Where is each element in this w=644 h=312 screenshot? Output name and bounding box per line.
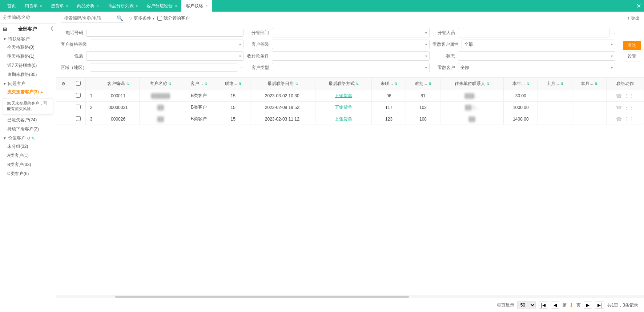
filter-nature-select[interactable]: ▾ bbox=[86, 51, 243, 61]
sidebar-item-tomorrow-contact[interactable]: 明天待联络(1) bbox=[0, 52, 56, 61]
col-type[interactable]: 客户... ⇅ bbox=[182, 78, 216, 90]
tab-sales-order[interactable]: 销货单 × bbox=[20, 0, 47, 12]
my-customers-checkbox[interactable] bbox=[157, 16, 162, 21]
first-page-button[interactable]: |◀ bbox=[539, 301, 548, 309]
action-more-icon[interactable]: ⋮⋮ bbox=[624, 93, 634, 99]
col-last-month[interactable]: 上月... ⇅ bbox=[538, 78, 572, 90]
all-customers-header[interactable]: ⊞ 全部客户 《 bbox=[0, 24, 56, 35]
app-close-button[interactable]: ✕ bbox=[636, 3, 641, 9]
sidebar-item-today-contact[interactable]: 今天待联络(0) bbox=[0, 43, 56, 52]
row-select-checkbox[interactable] bbox=[76, 93, 81, 98]
page-unit-label: 页 bbox=[576, 302, 581, 308]
row-overdue: 108 bbox=[406, 113, 440, 125]
section-pending-contact[interactable]: ▼ 待联络客户 bbox=[0, 35, 56, 43]
tab-customer-contact[interactable]: 客户联络 × bbox=[181, 0, 212, 12]
last-way-link[interactable]: 下销货单 bbox=[335, 93, 352, 98]
filter-customer-type-select[interactable]: ▾ bbox=[272, 63, 429, 72]
col-last-date[interactable]: 最后联络日期 ⇅ bbox=[250, 78, 315, 90]
filter-scatter-customer-select[interactable]: 全部 ▾ bbox=[458, 63, 615, 72]
prev-page-button[interactable]: ◀ bbox=[551, 301, 559, 309]
row-select-checkbox[interactable] bbox=[76, 116, 81, 121]
filter-status-select[interactable]: ▾ bbox=[458, 51, 615, 61]
filter-manager-select[interactable] bbox=[458, 28, 610, 37]
tab-product-analysis-list[interactable]: 商品分析列表 × bbox=[103, 0, 142, 12]
action-contact-icon[interactable]: ☎ bbox=[616, 116, 622, 122]
sidebar-item-churned[interactable]: 已流失客户(24) bbox=[0, 116, 56, 125]
settings-button[interactable]: 设置 bbox=[623, 52, 641, 61]
tab-purchase-order[interactable]: 进货单 × bbox=[47, 0, 73, 12]
row-name: ██ bbox=[139, 113, 182, 125]
sidebar-item-class-a[interactable]: A类客户(1) bbox=[0, 151, 56, 160]
tab-product-analysis-list-close[interactable]: × bbox=[136, 4, 138, 8]
row-index: 2 bbox=[85, 102, 97, 113]
filter-region-input[interactable] bbox=[90, 64, 238, 72]
col-overdue[interactable]: 逾期... ⇅ bbox=[406, 78, 440, 90]
per-page-select[interactable]: 50 100 200 bbox=[517, 301, 536, 309]
sidebar-item-class-c[interactable]: C类客户(6) bbox=[0, 169, 56, 178]
col-no-contact[interactable]: 未联... ⇅ bbox=[372, 78, 406, 90]
col-settings[interactable]: ⚙ bbox=[56, 78, 71, 90]
last-way-link[interactable]: 下销货单 bbox=[335, 105, 352, 110]
filter-price-level-select[interactable]: ▾ bbox=[90, 40, 243, 49]
section-value-customers[interactable]: ▼ 价值客户 ↺ ✎ bbox=[0, 134, 56, 142]
sidebar-item-7days-contact[interactable]: 近7天待联络(0) bbox=[0, 61, 56, 70]
toolbar-search-input[interactable] bbox=[64, 16, 117, 21]
tab-customer-segment[interactable]: 客户分层经营 × bbox=[142, 0, 181, 12]
row-select-checkbox[interactable] bbox=[76, 105, 81, 109]
sidebar-item-overdue-contact[interactable]: 逾期未联络(30) bbox=[0, 70, 56, 79]
sidebar-search-input[interactable] bbox=[3, 15, 56, 20]
action-contact-icon[interactable]: ☎ bbox=[616, 93, 622, 99]
tab-purchase-order-close[interactable]: × bbox=[66, 4, 68, 8]
filter-region-dots[interactable]: ··· bbox=[240, 65, 244, 70]
action-contact-icon[interactable]: ☎ bbox=[616, 105, 622, 110]
row-last-month bbox=[538, 90, 572, 102]
col-unit-contact[interactable]: 往来单位联系人 ⇅ bbox=[440, 78, 504, 90]
filter-dept-select[interactable]: ▾ bbox=[272, 28, 429, 37]
last-way-link[interactable]: 下销货单 bbox=[335, 116, 352, 121]
refresh-icon[interactable]: ↺ bbox=[27, 136, 31, 141]
filter-manager-dots[interactable]: ··· bbox=[611, 30, 615, 36]
col-name[interactable]: 客户名称 ⇅ bbox=[139, 78, 182, 90]
row-last-way: 下销货单 bbox=[315, 113, 371, 125]
export-button[interactable]: ↑ 导出 bbox=[627, 15, 640, 21]
more-filter-button[interactable]: ▽ 更多条件 ▾ bbox=[129, 15, 154, 21]
col-last-way[interactable]: 最后联络方式 ⇅ bbox=[315, 78, 371, 90]
col-contact[interactable]: 联络... ⇅ bbox=[216, 78, 250, 90]
filter-phone-input[interactable] bbox=[86, 29, 243, 37]
toolbar-search-box: 🔍 bbox=[61, 14, 126, 23]
toolbar: 🔍 ▽ 更多条件 ▾ 我分管的客户 ↑ 导出 bbox=[56, 12, 644, 25]
sidebar-item-churn-warning[interactable]: 流失预警客户(3) ● bbox=[0, 88, 56, 97]
tab-product-analysis[interactable]: 商品分析 × bbox=[73, 0, 103, 12]
tab-customer-segment-close[interactable]: × bbox=[175, 4, 177, 8]
tab-customer-contact-close[interactable]: × bbox=[205, 4, 208, 8]
tab-product-analysis-close[interactable]: × bbox=[97, 4, 99, 8]
sidebar-item-declining[interactable]: 持续下滑客户(2) bbox=[0, 125, 56, 134]
filter-scatter-attr-label: 零散客户属性 bbox=[432, 41, 462, 48]
section-problem-customers[interactable]: ▼ 问题客户 bbox=[0, 79, 56, 88]
sidebar-item-ungrouped[interactable]: 未分组(32) bbox=[0, 142, 56, 151]
filter-customer-level-select[interactable]: ▾ bbox=[272, 40, 429, 49]
select-all-checkbox[interactable] bbox=[76, 81, 81, 86]
col-this-month[interactable]: 本月... ⇅ bbox=[572, 78, 606, 90]
chevron-down-icon-payment: ▾ bbox=[425, 54, 427, 58]
query-button[interactable]: 查询 bbox=[623, 41, 641, 50]
last-page-button[interactable]: ▶| bbox=[595, 301, 604, 309]
col-this-year[interactable]: 本年... ⇅ bbox=[504, 78, 538, 90]
sidebar-item-class-b[interactable]: B类客户(33) bbox=[0, 160, 56, 169]
col-code[interactable]: 客户编码 ⇅ bbox=[97, 78, 140, 90]
filter-scatter-attr-select[interactable]: 全部 ▾ bbox=[462, 40, 615, 49]
edit-icon[interactable]: ✎ bbox=[31, 136, 35, 141]
toolbar-search-icon[interactable]: 🔍 bbox=[117, 15, 123, 21]
row-settings bbox=[56, 102, 71, 113]
filter-payment-select[interactable]: ▾ bbox=[272, 51, 429, 61]
tab-home[interactable]: 首页 bbox=[3, 0, 20, 12]
filter-panel: 电话号码 分管部门 ▾ 分管人员 ··· bbox=[56, 25, 644, 78]
tab-sales-order-close[interactable]: × bbox=[40, 4, 42, 8]
action-more-icon[interactable]: ⋮⋮ bbox=[624, 116, 634, 122]
row-code: 000026 bbox=[97, 113, 140, 125]
horizontal-scroll-area[interactable] bbox=[56, 295, 644, 298]
row-settings bbox=[56, 113, 71, 125]
action-more-icon[interactable]: ⋮⋮ bbox=[624, 105, 634, 110]
next-page-button[interactable]: ▶ bbox=[584, 301, 592, 309]
row-unit-contact: ███ ... bbox=[440, 90, 504, 102]
